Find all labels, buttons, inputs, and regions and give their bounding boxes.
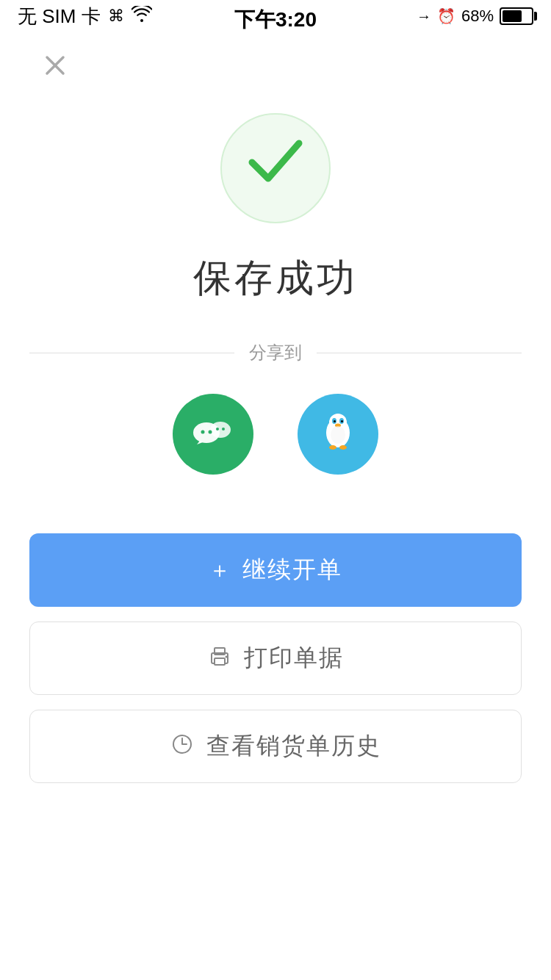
action-buttons: ＋ 继续开单 打印单据 查看销货单历史 [29,533,522,783]
svg-point-21 [226,655,228,657]
close-button[interactable] [37,47,73,84]
continue-order-button[interactable]: ＋ 继续开单 [29,533,522,607]
svg-point-13 [341,420,343,422]
divider-right [317,353,522,353]
svg-rect-20 [215,658,225,665]
svg-point-7 [222,428,225,430]
status-bar: 无 SIM 卡 ⌘ 下午3:20 → ⏰ 68% [0,0,551,32]
svg-point-15 [331,426,345,444]
alarm-icon: ⏰ [437,7,455,25]
status-time: 下午3:20 [234,6,317,34]
share-label: 分享到 [249,341,302,364]
share-buttons [29,394,522,475]
svg-point-16 [329,445,336,450]
wifi-icon: ⌘ [108,7,124,26]
no-sim-label: 无 SIM 卡 [18,4,101,29]
svg-point-4 [201,430,204,433]
status-right: → ⏰ 68% [417,7,533,26]
printer-icon [207,644,232,674]
main-content: 保存成功 分享到 [0,32,551,980]
svg-point-5 [208,430,212,433]
battery-fill [503,10,522,22]
history-label: 查看销货单历史 [206,730,381,763]
battery-label: 68% [461,7,494,26]
share-section: 分享到 [29,341,522,475]
battery-icon [500,7,533,25]
wechat-button[interactable] [173,394,253,475]
svg-point-17 [339,445,347,450]
svg-point-3 [210,422,231,438]
checkmark-icon [246,136,305,197]
continue-order-label: 继续开单 [242,554,342,586]
print-label: 打印单据 [244,642,344,674]
status-left: 无 SIM 卡 ⌘ [18,4,152,29]
qq-button[interactable] [298,394,378,475]
success-circle [220,113,331,223]
success-title: 保存成功 [193,253,358,304]
divider-left [29,353,234,353]
svg-point-6 [216,428,219,430]
svg-point-12 [334,420,336,422]
plus-icon: ＋ [209,555,231,586]
history-icon [170,732,195,762]
location-icon: → [417,8,431,25]
history-button[interactable]: 查看销货单历史 [29,710,522,783]
wifi-symbol [132,6,152,26]
print-button[interactable]: 打印单据 [29,621,522,695]
share-divider: 分享到 [29,341,522,364]
